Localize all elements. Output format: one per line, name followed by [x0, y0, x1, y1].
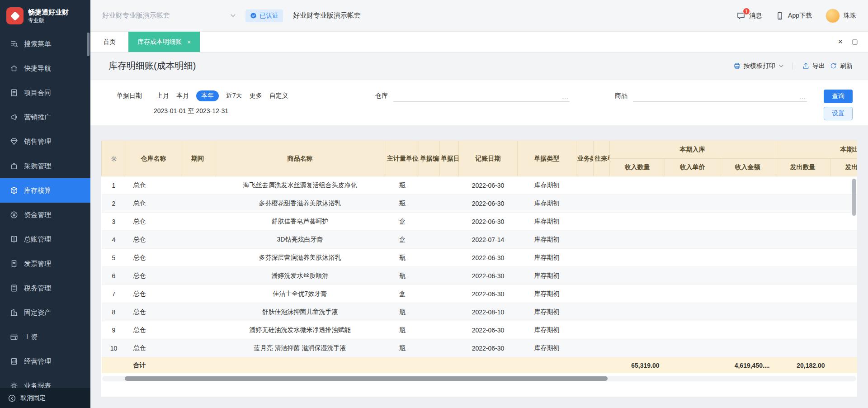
- table-row[interactable]: 1总仓海飞丝去屑洗发水丝源复活组合头皮净化瓶2022-06-30库存期初: [102, 176, 858, 195]
- warehouse-picker-icon[interactable]: ...: [562, 93, 569, 100]
- cell-biz-type: [576, 267, 594, 285]
- sidebar-item-funds[interactable]: 资金管理: [0, 203, 90, 227]
- sidebar-item-sales[interactable]: 销售管理: [0, 129, 90, 154]
- cell-unit: 瓶: [386, 339, 419, 357]
- table-row[interactable]: 9总仓潘婷无硅油洗发水微米净透排浊赋能瓶2022-06-30库存期初: [102, 321, 858, 339]
- sidebar-item-purchase[interactable]: 采购管理: [0, 154, 90, 178]
- col-header-in-amount[interactable]: 收入金额: [720, 159, 775, 176]
- col-header-doc-code[interactable]: 单据编码: [419, 141, 440, 176]
- settings-gear-icon[interactable]: [110, 155, 118, 162]
- sidebar-scrollbar-thumb[interactable]: [87, 33, 90, 56]
- unpin-label: 取消固定: [20, 394, 46, 402]
- cell-product: 多芬深层营润滋养美肤沐浴乳: [214, 249, 386, 267]
- table-row[interactable]: 4总仓3D钻亮炫白牙膏盒2022-07-14库存期初: [102, 231, 858, 249]
- table-row[interactable]: 3总仓舒肤佳香皂芦荟呵护盒2022-06-30库存期初: [102, 213, 858, 231]
- collapse-left-icon: [8, 394, 16, 402]
- tab-inventory-cost-ledger[interactable]: 库存成本明细账 ×: [128, 32, 200, 52]
- sidebar-item-business[interactable]: 业务报表: [0, 374, 90, 388]
- cell-num: 6: [102, 267, 126, 285]
- printer-icon: [733, 62, 741, 70]
- horizontal-scrollbar-thumb[interactable]: [125, 376, 608, 381]
- product-picker-icon[interactable]: ...: [799, 93, 806, 100]
- table-row[interactable]: 6总仓潘婷洗发水丝质顺滑瓶2022-06-30库存期初: [102, 267, 858, 285]
- sidebar-item-invoice[interactable]: 发票管理: [0, 251, 90, 276]
- quick-more[interactable]: 更多: [250, 92, 262, 100]
- col-header-doc-type[interactable]: 单据类型: [518, 141, 576, 176]
- col-header-out-price[interactable]: 发出单价: [830, 159, 857, 176]
- quick-last-month[interactable]: 上月: [156, 92, 169, 100]
- cell-doc-date: [440, 249, 459, 267]
- table-horizontal-scrollbar[interactable]: [102, 376, 856, 381]
- col-header-product[interactable]: 商品名称: [214, 141, 386, 176]
- table-body: 1总仓海飞丝去屑洗发水丝源复活组合头皮净化瓶2022-06-30库存期初2总仓多…: [102, 176, 858, 357]
- sidebar-item-label: 搜索菜单: [24, 40, 51, 48]
- cell-in-price: [665, 195, 720, 213]
- col-header-period[interactable]: 期间: [181, 141, 214, 176]
- table-row[interactable]: 2总仓多芬樱花甜香滋养美肤沐浴乳瓶2022-06-30库存期初: [102, 195, 858, 213]
- col-header-out-qty[interactable]: 发出数量: [775, 159, 830, 176]
- messages-button[interactable]: 1 消息: [736, 11, 762, 20]
- brand-name: 畅捷通好业财 专业版: [28, 8, 69, 24]
- table-row[interactable]: 5总仓多芬深层营润滋养美肤沐浴乳瓶2022-06-30库存期初: [102, 249, 858, 267]
- table-row[interactable]: 10总仓蓝月亮 清洁抑菌 滋润保湿洗手液瓶2022-06-30库存期初: [102, 339, 858, 357]
- cell-warehouse: 总仓: [126, 303, 181, 321]
- cell-post-date: 2022-06-30: [459, 176, 518, 195]
- table-row[interactable]: 8总仓舒肤佳泡沫抑菌儿童洗手液瓶2022-08-10库存期初: [102, 303, 858, 321]
- product-input[interactable]: ...: [633, 90, 807, 102]
- sidebar-item-tax[interactable]: 税务管理: [0, 276, 90, 300]
- user-menu[interactable]: 珠珠: [826, 9, 856, 23]
- assets-icon: [10, 308, 18, 317]
- account-set-value: 好业财专业版演示帐套: [102, 11, 170, 20]
- quick-this-month[interactable]: 本月: [176, 92, 189, 100]
- col-header-warehouse[interactable]: 仓库名称: [126, 141, 181, 176]
- quick-this-year-active[interactable]: 本年: [196, 90, 219, 101]
- business-icon: [10, 382, 18, 388]
- col-header-unit[interactable]: 主计量单位: [386, 141, 419, 176]
- col-header-post-date[interactable]: 记账日期: [459, 141, 518, 176]
- cell-doc-code: [419, 249, 440, 267]
- export-button[interactable]: 导出: [802, 62, 825, 70]
- col-header-biz-type[interactable]: 业务类型: [576, 141, 594, 176]
- cell-doc-date: [440, 303, 459, 321]
- account-set-dropdown[interactable]: 好业财专业版演示帐套: [102, 11, 236, 20]
- col-header-in-qty[interactable]: 收入数量: [610, 159, 665, 176]
- total-row: 合计 65,319.00 4,619,450.... 20,182.00: [102, 357, 858, 374]
- quick-last-7-days[interactable]: 近7天: [226, 92, 242, 100]
- app-download-button[interactable]: App下载: [775, 11, 812, 20]
- expand-icon[interactable]: [852, 39, 858, 45]
- sidebar-item-ledger[interactable]: 总账管理: [0, 227, 90, 251]
- sidebar-item-assets[interactable]: 固定资产: [0, 300, 90, 325]
- cell-post-date: 2022-06-30: [459, 213, 518, 231]
- sidebar-item-quick-nav[interactable]: 快捷导航: [0, 56, 90, 81]
- warehouse-input[interactable]: ...: [393, 90, 570, 102]
- cell-in-price: [665, 285, 720, 303]
- print-by-template-button[interactable]: 按模板打印: [733, 62, 783, 70]
- close-tabs-icon[interactable]: ×: [838, 37, 843, 47]
- cell-biz-type: [576, 195, 594, 213]
- query-button[interactable]: 查询: [824, 90, 853, 103]
- cell-in-qty: [610, 213, 665, 231]
- quick-custom[interactable]: 自定义: [269, 92, 288, 100]
- sidebar-item-payroll[interactable]: 工资: [0, 325, 90, 349]
- table-row[interactable]: 7总仓佳洁士全优7效牙膏盒2022-06-30库存期初: [102, 285, 858, 303]
- unpin-sidebar-button[interactable]: 取消固定: [0, 388, 90, 408]
- table-vertical-scrollbar[interactable]: [852, 179, 856, 216]
- sidebar-item-operation[interactable]: 经营管理: [0, 349, 90, 374]
- sidebar-item-marketing[interactable]: 营销推广: [0, 105, 90, 129]
- sidebar-item-project-contract[interactable]: 项目合同: [0, 81, 90, 105]
- funds-icon: [10, 211, 18, 219]
- cell-out-qty: [775, 195, 830, 213]
- cell-doc-code: [419, 176, 440, 195]
- cell-product: 舒肤佳香皂芦荟呵护: [214, 213, 386, 231]
- col-header-in-price[interactable]: 收入单价: [665, 159, 720, 176]
- sidebar-item-search-menu[interactable]: 搜索菜单: [0, 32, 90, 56]
- settings-button[interactable]: 设置: [824, 107, 853, 120]
- tab-close-icon[interactable]: ×: [187, 38, 191, 46]
- sidebar-item-inventory[interactable]: 库存核算: [0, 178, 90, 203]
- sidebar-item-label: 快捷导航: [24, 64, 51, 73]
- col-header-counterparty[interactable]: 往来单位: [594, 141, 610, 176]
- col-header-doc-date[interactable]: 单据日期: [440, 141, 459, 176]
- tab-home[interactable]: 首页: [90, 32, 128, 52]
- cell-in-price: [665, 339, 720, 357]
- refresh-button[interactable]: 刷新: [830, 62, 853, 70]
